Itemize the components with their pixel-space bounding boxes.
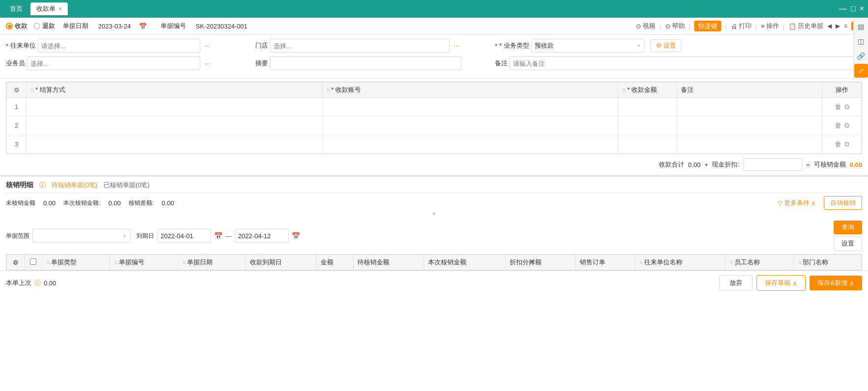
minimize-button[interactable]: — bbox=[839, 4, 847, 13]
right-panel-icon-4[interactable]: ⤢ bbox=[854, 64, 868, 78]
current-label: 本次核销金额: bbox=[63, 199, 100, 207]
delete-icon-2[interactable]: 🗑 bbox=[835, 121, 841, 130]
pending-tab[interactable]: 待核销单据(0笔) bbox=[52, 181, 98, 190]
remarks-field: 备注 bbox=[495, 56, 862, 70]
more-conditions-btn[interactable]: ▽ 更多条件 ∧ bbox=[778, 198, 816, 207]
toolbar-actions: ⊙ 视频 | ⊙ 帮助 | 快捷键 | 🖨 打印 | bbox=[636, 21, 862, 31]
help-action[interactable]: ⊙ 帮助 bbox=[665, 22, 685, 30]
sort-icon2[interactable]: ⇅ bbox=[326, 87, 330, 93]
store-input[interactable] bbox=[270, 39, 450, 53]
sort-icon-dd[interactable]: ⇅ bbox=[182, 260, 186, 265]
history-action[interactable]: 📋 历史单据 bbox=[788, 22, 823, 30]
radio-refund-dot bbox=[33, 23, 40, 29]
settings-query-button[interactable]: 设置 bbox=[834, 236, 862, 251]
sort-icon-dn[interactable]: ⇅ bbox=[114, 260, 118, 265]
remarks-cell-1[interactable] bbox=[677, 98, 822, 116]
table-settings-icon[interactable]: ⚙ bbox=[14, 86, 20, 94]
number-value: SK-20230324-001 bbox=[196, 23, 248, 30]
print-action[interactable]: 🖨 打印 bbox=[731, 22, 752, 30]
staff-input[interactable] bbox=[27, 56, 200, 70]
list-view-icon[interactable]: ≡ bbox=[844, 23, 847, 29]
partner-input[interactable] bbox=[38, 39, 200, 53]
close-button[interactable]: × bbox=[860, 4, 864, 13]
remarks-cell-3[interactable] bbox=[677, 135, 822, 154]
account-cell-1[interactable] bbox=[322, 98, 618, 116]
right-panel-icon-1[interactable]: ▤ bbox=[854, 20, 868, 33]
copy-icon-3[interactable]: ⧉ bbox=[844, 140, 849, 148]
settings-form-button[interactable]: ⚙ 设置 bbox=[651, 39, 681, 52]
nav-next[interactable]: ▶ bbox=[836, 23, 840, 29]
range-select[interactable]: ▼ bbox=[32, 229, 131, 243]
remarks-cell-2[interactable] bbox=[677, 116, 822, 135]
table-row: 1 🗑 ⧉ bbox=[7, 98, 862, 116]
staff-more-btn[interactable]: ··· bbox=[202, 59, 212, 67]
partner-more-btn[interactable]: ··· bbox=[202, 42, 212, 50]
staff-label: 业务员 bbox=[6, 59, 25, 68]
business-type-select[interactable]: 预收款 ▼ bbox=[531, 39, 645, 53]
sort-icon-dept[interactable]: ⇅ bbox=[798, 260, 802, 265]
auto-verify-button[interactable]: 自动核销 bbox=[824, 196, 862, 210]
tab-close-icon[interactable]: × bbox=[58, 5, 62, 12]
right-panel-icon-3[interactable]: 🔗 bbox=[854, 49, 868, 63]
due-label: 到期日 bbox=[136, 232, 154, 240]
nav-prev[interactable]: ◀ bbox=[827, 23, 832, 29]
right-panel-icon-2[interactable]: ◫ bbox=[854, 34, 868, 48]
radio-refund-label: 退款 bbox=[42, 22, 55, 30]
info-icon[interactable]: ⓘ bbox=[39, 181, 46, 190]
account-cell-2[interactable] bbox=[322, 116, 618, 135]
amount-cell-2[interactable] bbox=[618, 116, 677, 135]
cal-icon-to[interactable]: 📅 bbox=[292, 232, 300, 240]
save-new-button[interactable]: 保存&新增 ∧ bbox=[810, 276, 862, 290]
bottom-bar: 本单上次 ⓘ 0.00 放弃 保存草稿 ∧ 保存&新增 ∧ bbox=[0, 271, 868, 295]
video-action[interactable]: ⊙ 视频 bbox=[636, 22, 655, 30]
query-button[interactable]: 查询 bbox=[834, 221, 862, 234]
copy-icon-1[interactable]: ⧉ bbox=[844, 103, 849, 111]
sort-icon3[interactable]: ⇅ bbox=[622, 87, 626, 93]
gear-icon: ⚙ bbox=[656, 42, 662, 49]
select-all-checkbox[interactable] bbox=[30, 258, 36, 265]
abandon-button[interactable]: 放弃 bbox=[719, 275, 753, 291]
business-type-label: * 业务类型 bbox=[499, 41, 529, 50]
row-num-2: 2 bbox=[7, 116, 27, 135]
sort-icon-sn[interactable]: ⇅ bbox=[730, 260, 733, 265]
calendar-icon[interactable]: 📅 bbox=[139, 23, 147, 30]
discount-input[interactable] bbox=[743, 158, 802, 171]
account-cell-3[interactable] bbox=[322, 135, 618, 154]
range-label: 单据范围 bbox=[6, 232, 29, 240]
bottom-table-settings-icon[interactable]: ⚙ bbox=[13, 259, 19, 266]
store-field: 门店 ··· bbox=[255, 39, 461, 53]
sort-icon-dt[interactable]: ⇅ bbox=[46, 260, 50, 265]
verification-stats: 未核销金额 0.00 本次核销金额: 0.00 核销差额: 0.00 ▽ 更多条… bbox=[6, 193, 862, 213]
settlement-cell-3[interactable] bbox=[27, 135, 323, 154]
available-value: 0.00 bbox=[850, 161, 862, 168]
radio-receipt[interactable]: 收款 bbox=[6, 22, 27, 30]
cal-icon-from[interactable]: 📅 bbox=[214, 232, 222, 240]
table-row: 3 🗑 ⧉ bbox=[7, 135, 862, 154]
info-help-icon[interactable]: ⓘ bbox=[34, 279, 41, 287]
operate-action[interactable]: ≡ 操作 bbox=[761, 22, 779, 30]
summary-input[interactable] bbox=[270, 56, 461, 70]
settlement-cell-1[interactable] bbox=[27, 98, 323, 116]
summary-label: 摘要 bbox=[255, 59, 268, 68]
current-value: 0.00 bbox=[108, 199, 121, 207]
done-tab[interactable]: 已核销单据(0笔) bbox=[104, 181, 150, 190]
delete-icon-1[interactable]: 🗑 bbox=[835, 103, 841, 111]
sort-icon-pn[interactable]: ⇅ bbox=[639, 260, 643, 265]
save-draft-button[interactable]: 保存草稿 ∧ bbox=[757, 275, 806, 291]
shortcut-action[interactable]: 快捷键 bbox=[694, 21, 721, 31]
remarks-input[interactable] bbox=[510, 56, 862, 70]
maximize-button[interactable]: □ bbox=[851, 4, 856, 13]
delete-icon-3[interactable]: 🗑 bbox=[835, 140, 841, 148]
date-to-input[interactable] bbox=[235, 229, 289, 243]
tab-receipt[interactable]: 收款单 × bbox=[30, 2, 68, 15]
amount-cell-3[interactable] bbox=[618, 135, 677, 154]
tab-home[interactable]: 首页 bbox=[4, 2, 28, 15]
store-more-btn[interactable]: ··· bbox=[452, 42, 461, 50]
print-icon: 🖨 bbox=[731, 23, 737, 30]
settlement-cell-2[interactable] bbox=[27, 116, 323, 135]
amount-cell-1[interactable] bbox=[618, 98, 677, 116]
copy-icon-2[interactable]: ⧉ bbox=[844, 121, 849, 130]
sort-icon[interactable]: ⇅ bbox=[30, 87, 34, 93]
radio-refund[interactable]: 退款 bbox=[33, 22, 55, 30]
date-from-input[interactable] bbox=[157, 229, 211, 243]
